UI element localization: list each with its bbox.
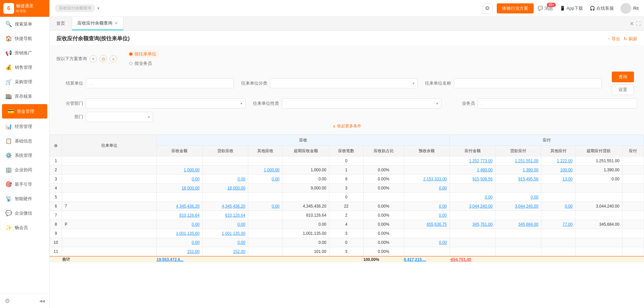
table-row: 100.000.000.0000.00%0.00	[50, 238, 644, 247]
partner-nature-input[interactable]: ▾	[282, 98, 441, 108]
query-button[interactable]: 查询	[612, 72, 634, 82]
scheme-collapse-btn[interactable]: «	[110, 55, 117, 62]
sidebar-item-marketing[interactable]: 📢 营销推广	[0, 46, 49, 60]
sidebar-item-label: 快捷导航	[15, 36, 32, 42]
collapse-icon: ∧	[333, 124, 336, 129]
sidebar-item-label: 资金管理	[17, 108, 34, 115]
fenguan-input[interactable]: ▾	[86, 98, 246, 108]
message-btn[interactable]: 💬 消息 99+	[538, 5, 553, 11]
customer-service-btn[interactable]: 🎧 在线客服	[590, 5, 614, 11]
salesman-input[interactable]: ...	[478, 98, 637, 108]
table-row: 30.000.000.000.0090.00%2,153,333.00915,5…	[50, 175, 644, 184]
sidebar-item-finance[interactable]: 💳 资金管理	[2, 104, 47, 119]
radio-inactive-icon	[129, 62, 132, 65]
jiesuan-input[interactable]: ...	[86, 78, 234, 88]
gear-button[interactable]: ⚙	[482, 3, 493, 14]
sidebar-item-label: 智能硬件	[15, 196, 32, 202]
sidebar-item-label: 基础信息	[15, 138, 32, 144]
search-row-2: 分管部门 ▾ 往来单位性质 ▾	[56, 98, 637, 108]
settings-col-header[interactable]: ⚙	[50, 135, 62, 157]
tab-close-icon[interactable]: ✕	[114, 21, 118, 26]
nav-by-salesman[interactable]: 按业务员	[126, 59, 159, 68]
export-button[interactable]: ↑ 导出	[608, 36, 621, 42]
search-row-1: 结算单位 ... 往来单位分类 ▾	[56, 72, 637, 95]
tab-home[interactable]: 首页	[50, 17, 72, 30]
ar-count-header: 应收笔数	[329, 146, 363, 157]
sidebar-item-guide[interactable]: 🎯 新手引导	[0, 177, 49, 191]
sidebar-item-inventory[interactable]: 🏬 库存核算	[0, 89, 49, 103]
set-button[interactable]: 设置	[612, 84, 634, 95]
user-area[interactable]: Rit	[621, 3, 639, 14]
sidebar-item-wechat[interactable]: 💬 企业微信	[0, 206, 49, 220]
app-icon: 📱	[560, 6, 565, 11]
data-table-container: ⚙ 往来单位 应收 应付 应收金额 贷款应收 其他应收 超期应收金额 应收笔数	[50, 135, 644, 308]
footer-ar-prepay[interactable]: 6,417,215....	[404, 256, 450, 262]
search-area: 按以下方案查询 + ⊙ « 按往来单位 按业务员	[50, 46, 644, 135]
breadcrumb: 应收应付余额查询 ▾	[55, 4, 478, 12]
refresh-button[interactable]: ↻ 刷新	[624, 36, 637, 42]
sidebar-item-purchase[interactable]: 🛒 采购管理	[0, 75, 49, 89]
jiesuan-dots: ...	[89, 81, 93, 86]
page-actions: ↑ 导出 ↻ 刷新	[608, 36, 638, 42]
ap-overdue-header: 超期应付贷款	[576, 146, 623, 157]
settings-bottom-icon[interactable]: ⚙	[5, 297, 10, 305]
radio-active-icon	[129, 52, 132, 56]
tab-arbalance[interactable]: 应收应付余额查询 ✕	[72, 17, 123, 30]
gear-icon: ⚙	[485, 5, 490, 11]
sidebar-item-label: 系统管理	[15, 152, 32, 159]
window-close-icon[interactable]: ✕	[630, 20, 634, 27]
search-rows: 结算单位 ... 往来单位分类 ▾	[56, 72, 637, 122]
tab-bar: 首页 应收应付余额查询 ✕ ✕ ⛶	[50, 17, 644, 31]
page-title: 应收应付余额查询(按往来单位)	[56, 35, 130, 42]
partner-name-input[interactable]	[454, 78, 602, 88]
avatar	[621, 3, 631, 14]
sidebar-item-enterprise[interactable]: 🏢 企业协同	[0, 163, 49, 177]
dept-input[interactable]: ▾	[86, 112, 153, 122]
sidebar-item-shortcut[interactable]: 🏠 快捷导航	[0, 31, 49, 46]
scheme-settings-btn[interactable]: ⊙	[100, 55, 107, 62]
page-header: 应收应付余额查询(按往来单位) ↑ 导出 ↻ 刷新	[50, 31, 644, 46]
sidebar-item-member[interactable]: ✨ 畅会员	[0, 220, 49, 235]
sidebar-item-hardware[interactable]: 📡 智能硬件	[0, 191, 49, 206]
message-icon: 💬	[538, 6, 543, 11]
collapse-sidebar-icon[interactable]: ◀◀	[39, 299, 45, 303]
salesman-dots: ...	[481, 101, 484, 106]
sidebar-item-basic[interactable]: 📋 基础信息	[0, 134, 49, 148]
ap-other-header: 其他应付	[541, 146, 576, 157]
footer-ar-amount[interactable]: 19,553,472,6...	[157, 256, 203, 262]
sidebar-item-system[interactable]: ⚙️ 系统管理	[0, 148, 49, 163]
industry-btn[interactable]: 体验行业方案	[497, 3, 534, 13]
search-icon: 🔍	[5, 21, 12, 27]
add-scheme-btn[interactable]: +	[90, 55, 97, 62]
logo-sub: 标准版	[16, 9, 34, 13]
sidebar-item-label: 库存核算	[15, 93, 32, 99]
ar-other-header: 其他应收	[248, 146, 282, 157]
chevron-down-icon[interactable]: ▾	[97, 6, 100, 11]
guide-icon: 🎯	[5, 181, 12, 187]
sidebar-item-search[interactable]: 🔍 搜索菜单	[0, 17, 49, 31]
nav-salesman-label: 按业务员	[135, 60, 152, 67]
field-label-partner-cat: 往来单位分类	[240, 80, 267, 86]
ar-ratio-header: 应收款占比	[363, 146, 404, 157]
collapse-more-btn[interactable]: ∧ 收起更多条件	[56, 122, 637, 130]
field-label-fenguan: 分管部门	[56, 100, 83, 106]
field-label-salesman: 业务员	[448, 100, 475, 106]
nav-by-partner[interactable]: 按往来单位	[126, 50, 159, 58]
message-badge: 99+	[547, 3, 556, 7]
window-expand-icon[interactable]: ⛶	[636, 21, 641, 26]
ar-amount-header: 应收金额	[157, 146, 203, 157]
sidebar-item-operation[interactable]: 📊 经营管理	[0, 119, 49, 134]
partner-col-header: 往来单位	[62, 135, 157, 157]
ap-amount-header: 应付金额	[450, 146, 496, 157]
search-row-3: 部门 ▾	[56, 112, 637, 122]
footer-ap-amount[interactable]: -654,751.40	[450, 256, 496, 262]
field-label-partner-nature: 往来单位性质	[252, 100, 279, 106]
sidebar-item-sales[interactable]: 💰 销售管理	[0, 60, 49, 75]
wechat-icon: 💬	[5, 210, 12, 216]
service-icon: 🎧	[590, 6, 595, 11]
app-download-btn[interactable]: 📱 App下载	[560, 5, 583, 11]
inventory-icon: 🏬	[5, 93, 12, 99]
topbar: 应收应付余额查询 ▾ ⚙ 体验行业方案 💬 消息 99+ 📱 App下载 🎧	[50, 0, 644, 17]
sidebar-item-label: 搜索菜单	[15, 21, 32, 27]
partner-category-input[interactable]: ▾	[270, 78, 418, 88]
